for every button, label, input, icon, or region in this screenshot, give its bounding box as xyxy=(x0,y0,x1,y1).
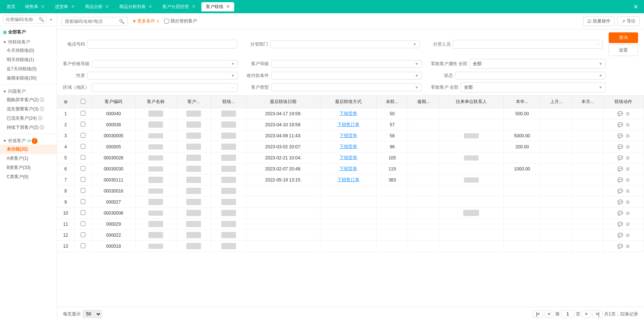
nav-tab-customer-contact[interactable]: 客户联络 ✕ xyxy=(201,2,234,11)
group-problem-customers[interactable]: ▼ 问题客户 xyxy=(0,86,57,95)
close-customer-contact-tab[interactable]: ✕ xyxy=(226,4,230,9)
qr-icon[interactable]: ⊞ xyxy=(626,111,630,116)
row-checkbox[interactable] xyxy=(74,163,92,174)
cust-type-select[interactable]: ▼ xyxy=(271,84,422,91)
reset-button[interactable]: 设置 xyxy=(609,45,638,56)
qr-icon[interactable]: ⊞ xyxy=(626,222,630,227)
sidebar-item-unclassified[interactable]: 未分组(32) xyxy=(0,145,57,154)
search-input[interactable] xyxy=(65,19,117,24)
casual-cust-select[interactable]: 全部 ▼ xyxy=(461,82,606,92)
chat-icon[interactable]: 💬 xyxy=(617,144,623,149)
sidebar-item-today[interactable]: 今天待联络(0) xyxy=(0,46,57,55)
sidebar-item-class-b[interactable]: B类客户(33) xyxy=(0,163,57,172)
more-conditions-button[interactable]: ▼ 更多条件 ∧ xyxy=(132,18,160,24)
sidebar-search-input[interactable] xyxy=(6,17,37,22)
chat-icon[interactable]: 💬 xyxy=(617,200,623,205)
row-checkbox[interactable] xyxy=(74,141,92,152)
close-product-analysis-tab[interactable]: ✕ xyxy=(105,4,109,9)
price-level-select[interactable]: ▼ xyxy=(92,60,238,68)
chat-icon[interactable]: 💬 xyxy=(617,211,623,216)
refresh-icon[interactable]: ⟳ xyxy=(27,138,31,144)
last-page-button[interactable]: >| xyxy=(592,310,603,318)
close-product-list-tab[interactable]: ✕ xyxy=(148,4,152,9)
chat-icon[interactable]: 💬 xyxy=(617,233,623,238)
my-customers-check[interactable] xyxy=(164,19,169,24)
close-customer-segment-tab[interactable]: ✕ xyxy=(192,4,196,9)
sidebar-item-hoarding[interactable]: 囤购异常客户(2) ⓘ xyxy=(0,95,57,105)
gear-icon[interactable]: ⚙ xyxy=(64,99,68,105)
person-more-icon[interactable]: ··· xyxy=(596,42,599,47)
qr-icon[interactable]: ⊞ xyxy=(626,211,630,216)
qr-icon[interactable]: ⊞ xyxy=(626,244,630,249)
row-checkbox[interactable] xyxy=(74,241,92,252)
close-sales-tab[interactable]: ✕ xyxy=(41,4,45,9)
sidebar-item-class-c[interactable]: C类客户(6) xyxy=(0,172,57,181)
chat-icon[interactable]: 💬 xyxy=(617,133,623,138)
window-close-icon[interactable]: ✕ xyxy=(630,3,641,10)
sidebar-item-tomorrow[interactable]: 明天待联络(1) xyxy=(0,55,57,64)
nature-select[interactable]: ▼ xyxy=(87,72,238,80)
search-icon[interactable]: 🔍 xyxy=(119,19,124,24)
settings-col-header[interactable]: ⚙ xyxy=(57,96,74,108)
next-page-button[interactable]: > xyxy=(582,310,591,318)
nav-tab-product-analysis[interactable]: 商品分析 ✕ xyxy=(81,2,113,11)
chat-icon[interactable]: 💬 xyxy=(617,111,623,116)
search-box[interactable]: 🔍 xyxy=(61,17,128,26)
qr-icon[interactable]: ⊞ xyxy=(626,200,630,205)
my-customers-checkbox[interactable]: 我分管的客户 xyxy=(164,18,197,24)
nav-home[interactable]: 首页 xyxy=(3,2,19,11)
qr-icon[interactable]: ⊞ xyxy=(626,155,630,160)
sidebar-item-7days[interactable]: 近7天待联络(0) xyxy=(0,64,57,74)
row-checkbox[interactable] xyxy=(74,230,92,241)
sidebar-search-icon[interactable]: 🔍 xyxy=(39,17,44,22)
chat-icon[interactable]: 💬 xyxy=(617,166,623,172)
row-checkbox[interactable] xyxy=(74,174,92,186)
export-button[interactable]: ↗ 导出 xyxy=(617,16,640,26)
row-checkbox[interactable] xyxy=(74,108,92,119)
chat-icon[interactable]: 💬 xyxy=(617,222,623,227)
first-page-button[interactable]: |< xyxy=(533,310,543,318)
chat-icon[interactable]: 💬 xyxy=(617,188,623,194)
payment-select[interactable]: ▼ xyxy=(271,72,422,80)
chat-icon[interactable]: 💬 xyxy=(617,244,623,249)
region-select[interactable]: ··· xyxy=(92,83,238,92)
per-page-select[interactable]: 50 100 200 xyxy=(83,310,102,318)
sidebar-item-churned[interactable]: 已流失客户(24) ⓘ xyxy=(0,114,57,123)
sidebar-collapse-button[interactable]: « xyxy=(48,16,54,23)
row-checkbox[interactable] xyxy=(74,219,92,230)
row-checkbox[interactable] xyxy=(74,152,92,163)
sidebar-item-overdue[interactable]: 逾期未联络(30) xyxy=(0,74,57,83)
sidebar-item-declining[interactable]: 持续下滑客户(2) ⓘ xyxy=(0,123,57,132)
nav-tab-customer-segment[interactable]: 客户分层经营 ✕ xyxy=(158,2,200,11)
qr-icon[interactable]: ⊞ xyxy=(626,166,630,172)
qr-icon[interactable]: ⊞ xyxy=(626,188,630,194)
row-checkbox[interactable] xyxy=(74,119,92,130)
casual-attr-select[interactable]: 全部 ▼ xyxy=(469,59,606,69)
qr-icon[interactable]: ⊞ xyxy=(626,122,630,127)
group-value-customers[interactable]: ▼ 价值客户 ⟳ ! xyxy=(0,135,57,145)
chat-icon[interactable]: 💬 xyxy=(617,122,623,127)
all-customers-header[interactable]: ⊞ 全部客户 xyxy=(0,26,57,37)
page-number-input[interactable] xyxy=(561,310,574,318)
dept-select[interactable]: ▼ xyxy=(270,40,420,48)
region-more-icon[interactable]: ··· xyxy=(231,85,235,90)
nav-tab-sales[interactable]: 销售单 ✕ xyxy=(21,2,49,11)
row-checkbox[interactable] xyxy=(74,197,92,208)
qr-icon[interactable]: ⊞ xyxy=(626,144,630,149)
chat-icon[interactable]: 💬 xyxy=(617,155,623,160)
checkbox-col-header[interactable] xyxy=(74,96,92,108)
query-button[interactable]: 查询 xyxy=(609,32,638,43)
close-purchase-tab[interactable]: ✕ xyxy=(71,4,75,9)
nav-tab-product-list[interactable]: 商品分析列表 ✕ xyxy=(115,2,156,11)
sidebar-item-churn-warning[interactable]: 流失预警客户(3) ⓘ xyxy=(0,105,57,114)
row-checkbox[interactable] xyxy=(74,130,92,141)
nav-tab-purchase[interactable]: 进货单 ✕ xyxy=(50,2,79,11)
prev-page-button[interactable]: < xyxy=(545,310,554,318)
row-checkbox[interactable] xyxy=(74,186,92,197)
group-pending-contact[interactable]: ▼ 待联络客户 xyxy=(0,37,57,46)
phone-input[interactable] xyxy=(87,40,237,49)
person-select[interactable]: ··· xyxy=(453,40,603,49)
qr-icon[interactable]: ⊞ xyxy=(626,177,630,183)
qr-icon[interactable]: ⊞ xyxy=(626,233,630,238)
row-checkbox[interactable] xyxy=(74,208,92,219)
